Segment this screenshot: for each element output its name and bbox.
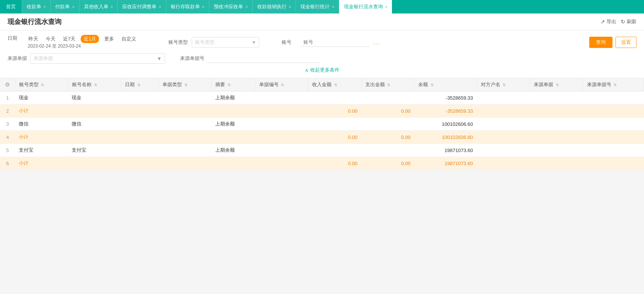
cell-account_name bbox=[68, 131, 121, 144]
cell-doc_type bbox=[158, 131, 211, 144]
col-expense[interactable]: 支出金额 ⇅ bbox=[361, 78, 414, 91]
close-icon[interactable]: × bbox=[332, 4, 334, 9]
collapse-button[interactable]: ∧ 收起更多条件 bbox=[8, 67, 636, 73]
filter-row-2: 来源单据 来源单据 ▼ 来源单据号 bbox=[8, 53, 636, 64]
col-date[interactable]: 日期 ⇅ bbox=[121, 78, 158, 91]
account-filter: 账号 ... bbox=[282, 38, 380, 47]
cell-doc_type bbox=[158, 118, 211, 131]
date-opt-today[interactable]: 今天 bbox=[44, 35, 58, 43]
header-actions: ↗ 导出 ↻ 刷新 bbox=[600, 18, 636, 25]
cell-balance: -3528659.33 bbox=[414, 104, 477, 118]
page-title: 现金银行流水查询 bbox=[8, 17, 62, 26]
close-icon[interactable]: × bbox=[72, 4, 74, 9]
col-gear[interactable]: ⚙ bbox=[0, 78, 15, 91]
filter-row-1: 日期 昨天 今天 近7天 近1月 更多 自定义 2023-02-24 至 202… bbox=[8, 35, 636, 49]
cell-doc_type bbox=[158, 157, 211, 170]
close-icon[interactable]: × bbox=[159, 4, 161, 9]
col-doc-no[interactable]: 单据编号 ⇅ bbox=[255, 78, 308, 91]
cell-income bbox=[308, 91, 361, 104]
close-icon[interactable]: × bbox=[385, 4, 387, 9]
table-row: 2小计0.000.00-3528659.33 bbox=[0, 104, 644, 118]
table-row: 5支付宝支付宝上期余额19871073.60 bbox=[0, 144, 644, 157]
table-row: 4小计0.000.00100102606.60 bbox=[0, 131, 644, 144]
dots-button[interactable]: ... bbox=[373, 39, 380, 46]
cell-balance: -3528659.33 bbox=[414, 91, 477, 104]
cell-counterparty bbox=[477, 91, 530, 104]
col-account-name[interactable]: 账号名称 ⇅ bbox=[68, 78, 121, 91]
nav-tab-4[interactable]: 银行存取款单 × bbox=[166, 0, 209, 13]
cell-source_doc bbox=[530, 157, 583, 170]
cell-expense bbox=[361, 118, 414, 131]
close-icon[interactable]: × bbox=[111, 4, 113, 9]
query-button[interactable]: 查询 bbox=[589, 37, 612, 48]
col-source-doc[interactable]: 来源单据 ⇅ bbox=[530, 78, 583, 91]
nav-tab-3[interactable]: 应收应付调整单 × bbox=[117, 0, 165, 13]
cell-income: 0.00 bbox=[308, 131, 361, 144]
date-options: 昨天 今天 近7天 近1月 更多 自定义 bbox=[26, 35, 138, 43]
source-doc-no-input[interactable] bbox=[207, 54, 320, 63]
cell-source_doc bbox=[530, 131, 583, 144]
cell-source_doc bbox=[530, 104, 583, 118]
sort-icon: ⇅ bbox=[94, 83, 97, 87]
cell-date bbox=[121, 91, 158, 104]
col-doc-type[interactable]: 单据类型 ⇅ bbox=[158, 78, 211, 91]
sort-icon: ⇅ bbox=[503, 83, 506, 87]
nav-tab-6[interactable]: 收款核销执行 × bbox=[252, 0, 296, 13]
cell-income: 0.00 bbox=[308, 104, 361, 118]
sort-icon: ⇅ bbox=[556, 83, 559, 87]
cell-counterparty bbox=[477, 118, 530, 131]
cell-source_doc bbox=[530, 144, 583, 157]
cell-account_type: 小计 bbox=[15, 157, 68, 170]
cell-doc_no bbox=[255, 131, 308, 144]
nav-tab-0[interactable]: 收款单 × bbox=[22, 0, 50, 13]
cell-account_type: 微信 bbox=[15, 118, 68, 131]
refresh-button[interactable]: ↻ 刷新 bbox=[621, 18, 636, 25]
nav-tab-8[interactable]: 现金银行流水查询 × bbox=[339, 0, 392, 13]
export-button[interactable]: ↗ 导出 bbox=[600, 18, 616, 25]
col-income[interactable]: 收入金额 ⇅ bbox=[308, 78, 361, 91]
close-icon[interactable]: × bbox=[44, 4, 46, 9]
cell-summary: 上期余额 bbox=[212, 144, 255, 157]
close-icon[interactable]: × bbox=[245, 4, 248, 9]
date-opt-more[interactable]: 更多 bbox=[102, 35, 116, 43]
settings-button[interactable]: 设置 bbox=[615, 37, 636, 48]
cell-summary bbox=[212, 131, 255, 144]
cell-doc_type bbox=[158, 144, 211, 157]
cell-balance: 19871073.60 bbox=[414, 157, 477, 170]
refresh-icon: ↻ bbox=[621, 19, 625, 25]
date-opt-yesterday[interactable]: 昨天 bbox=[26, 35, 41, 43]
col-account-type[interactable]: 账号类型 ⇅ bbox=[15, 78, 68, 91]
source-doc-select[interactable]: 来源单据 ▼ bbox=[30, 53, 165, 64]
cell-balance: 19871073.60 bbox=[414, 144, 477, 157]
close-icon[interactable]: × bbox=[289, 4, 291, 9]
table-row: 3微信微信上期余额100102606.60 bbox=[0, 118, 644, 131]
cell-source_doc_no bbox=[583, 131, 644, 144]
account-label: 账号 bbox=[282, 39, 297, 46]
col-counterparty[interactable]: 对方户名 ⇅ bbox=[477, 78, 530, 91]
nav-tab-7[interactable]: 现金银行统计 × bbox=[296, 0, 339, 13]
date-opt-7days[interactable]: 近7天 bbox=[61, 35, 78, 43]
cell-source_doc bbox=[530, 118, 583, 131]
nav-tab-1[interactable]: 付款单 × bbox=[50, 0, 79, 13]
gear-icon[interactable]: ⚙ bbox=[5, 81, 10, 88]
col-source-doc-no[interactable]: 来源单据号 ⇅ bbox=[583, 78, 644, 91]
date-opt-1month[interactable]: 近1月 bbox=[81, 35, 99, 43]
cell-account_type: 小计 bbox=[15, 131, 68, 144]
cell-account_type: 小计 bbox=[15, 104, 68, 118]
cell-seq: 5 bbox=[0, 144, 15, 157]
col-balance[interactable]: 余额 ⇅ bbox=[414, 78, 477, 91]
cell-date bbox=[121, 118, 158, 131]
cell-date bbox=[121, 144, 158, 157]
cell-seq: 3 bbox=[0, 118, 15, 131]
nav-tab-2[interactable]: 其他收入单 × bbox=[79, 0, 117, 13]
nav-tab-5[interactable]: 预收冲应收单 × bbox=[209, 0, 252, 13]
col-summary[interactable]: 摘要 ⇅ bbox=[212, 78, 255, 91]
account-input[interactable] bbox=[300, 38, 369, 47]
account-type-select[interactable]: 账号类型 ▼ bbox=[192, 37, 259, 48]
cell-doc_no bbox=[255, 157, 308, 170]
cell-source_doc_no bbox=[583, 104, 644, 118]
close-icon[interactable]: × bbox=[202, 4, 204, 9]
action-buttons: 查询 设置 bbox=[589, 37, 636, 48]
date-opt-custom[interactable]: 自定义 bbox=[119, 35, 138, 43]
nav-home[interactable]: 首页 bbox=[0, 0, 22, 13]
